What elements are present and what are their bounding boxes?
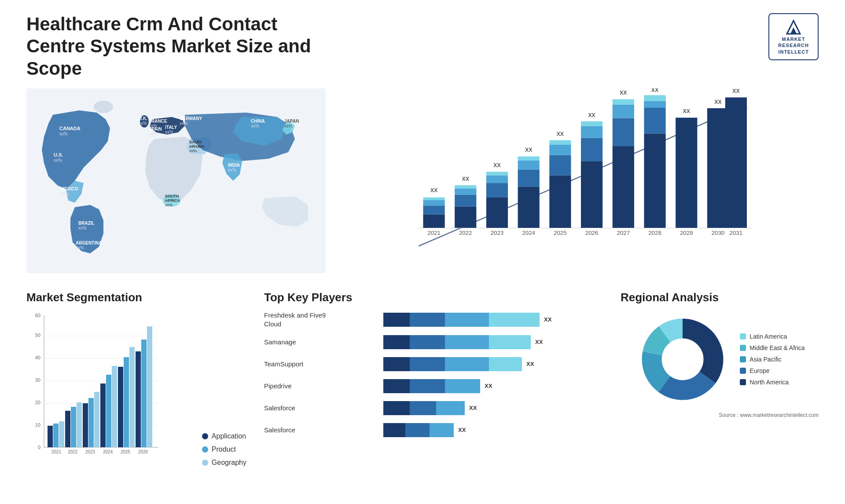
svg-text:XX: XX xyxy=(651,88,659,93)
svg-text:GERMANY: GERMANY xyxy=(180,116,202,121)
svg-text:0: 0 xyxy=(38,445,40,450)
latin-america-dot xyxy=(740,333,746,340)
svg-text:U.K.: U.K. xyxy=(139,116,147,121)
geography-label: Geography xyxy=(212,459,246,467)
bar-chart-container: XX 2021 XX 2022 XX 2023 xyxy=(343,88,819,273)
source-text: Source : www.marketresearchintellect.com xyxy=(621,412,819,418)
svg-rect-153 xyxy=(383,379,410,393)
svg-text:2021: 2021 xyxy=(427,230,441,236)
svg-rect-47 xyxy=(455,195,476,207)
svg-rect-141 xyxy=(489,313,540,327)
svg-text:xx%: xx% xyxy=(180,121,188,126)
svg-text:XX: XX xyxy=(544,316,552,323)
svg-rect-89 xyxy=(676,118,697,228)
middle-east-label: Middle East & Africa xyxy=(749,344,805,351)
player-name: Salesforce xyxy=(264,426,334,435)
svg-text:JAPAN: JAPAN xyxy=(284,119,299,124)
svg-rect-72 xyxy=(581,126,603,138)
svg-text:FRANCE: FRANCE xyxy=(149,119,167,124)
svg-text:SOUTH: SOUTH xyxy=(165,194,179,198)
svg-rect-71 xyxy=(581,138,603,161)
world-map: CANADA xx% U.S. xx% MEXICO xx% BRAZIL xx… xyxy=(26,88,326,273)
svg-point-3 xyxy=(94,101,113,113)
svg-text:2026: 2026 xyxy=(585,230,599,236)
svg-text:ARGENTINA: ARGENTINA xyxy=(76,241,102,245)
legend-asia-pacific: Asia Pacific xyxy=(740,356,805,363)
svg-text:XX: XX xyxy=(493,162,501,168)
bar-chart-svg: XX 2021 XX 2022 XX 2023 xyxy=(343,88,819,273)
svg-text:50: 50 xyxy=(35,332,40,338)
svg-rect-119 xyxy=(71,407,76,447)
player-row: Salesforce XX xyxy=(264,422,603,438)
svg-rect-123 xyxy=(88,398,94,447)
header: Healthcare Crm And Contact Centre System… xyxy=(26,13,819,80)
svg-text:2022: 2022 xyxy=(459,230,472,236)
svg-text:10: 10 xyxy=(35,422,40,427)
svg-text:xx%: xx% xyxy=(228,168,236,172)
svg-text:XX: XX xyxy=(535,339,543,345)
svg-text:2021: 2021 xyxy=(51,449,62,454)
svg-text:40: 40 xyxy=(35,355,40,360)
svg-rect-60 xyxy=(518,161,540,169)
player-row: Samanage XX xyxy=(264,334,603,350)
svg-rect-159 xyxy=(436,401,465,415)
svg-text:2031: 2031 xyxy=(730,230,743,236)
product-label: Product xyxy=(212,446,236,453)
donut-area: Latin America Middle East & Africa Asia … xyxy=(621,311,819,408)
svg-rect-128 xyxy=(112,366,117,447)
player-bar-container: XX xyxy=(340,334,603,350)
logo-icon xyxy=(783,18,805,36)
svg-text:xx%: xx% xyxy=(284,124,293,128)
svg-rect-43 xyxy=(423,197,445,200)
logo-area: MARKET RESEARCH INTELLECT xyxy=(768,13,819,60)
svg-rect-134 xyxy=(136,351,141,447)
svg-rect-146 xyxy=(489,335,531,349)
legend-north-america: North America xyxy=(740,379,805,386)
svg-text:xx%: xx% xyxy=(251,124,259,128)
svg-rect-127 xyxy=(106,375,111,447)
svg-rect-155 xyxy=(445,379,480,393)
player-name: Pipedrive xyxy=(264,382,334,391)
svg-text:30: 30 xyxy=(35,377,40,383)
svg-rect-135 xyxy=(141,340,147,447)
svg-rect-49 xyxy=(455,185,476,188)
top-section: CANADA xx% U.S. xx% MEXICO xx% BRAZIL xx… xyxy=(26,88,819,273)
svg-text:60: 60 xyxy=(35,313,40,318)
svg-rect-70 xyxy=(581,161,603,228)
svg-rect-114 xyxy=(48,426,53,447)
svg-rect-48 xyxy=(455,189,476,195)
svg-marker-1 xyxy=(790,27,797,34)
svg-rect-85 xyxy=(644,101,665,108)
svg-text:2022: 2022 xyxy=(68,449,78,454)
svg-rect-149 xyxy=(410,357,445,371)
svg-rect-96 xyxy=(725,98,747,228)
svg-text:2023: 2023 xyxy=(85,449,96,454)
player-row: TeamSupport XX xyxy=(264,356,603,372)
svg-text:CANADA: CANADA xyxy=(59,126,81,131)
donut-chart xyxy=(634,311,731,408)
legend-europe: Europe xyxy=(740,367,805,374)
svg-rect-58 xyxy=(518,186,540,228)
svg-rect-151 xyxy=(489,357,522,371)
logo-text: MARKET RESEARCH INTELLECT xyxy=(778,36,809,55)
svg-text:BRAZIL: BRAZIL xyxy=(78,221,95,226)
svg-rect-162 xyxy=(405,423,430,437)
market-seg-title: Market Segmentation xyxy=(26,291,246,304)
legend-geography: Geography xyxy=(202,459,246,467)
player-bar-container: XX xyxy=(340,356,603,372)
player-row: Freshdesk and Five9 Cloud XX xyxy=(264,311,603,328)
svg-text:xx%: xx% xyxy=(189,149,197,153)
regional-legend: Latin America Middle East & Africa Asia … xyxy=(740,333,805,386)
svg-rect-40 xyxy=(423,215,445,228)
asia-pacific-label: Asia Pacific xyxy=(749,356,781,363)
svg-rect-115 xyxy=(53,424,59,447)
geography-dot xyxy=(202,460,208,466)
regional-analysis: Regional Analysis xyxy=(621,291,819,502)
svg-text:2024: 2024 xyxy=(103,449,113,454)
svg-text:xx%: xx% xyxy=(139,121,147,126)
svg-rect-139 xyxy=(410,313,445,327)
player-name: TeamSupport xyxy=(264,360,334,369)
svg-rect-78 xyxy=(613,105,634,118)
svg-text:2024: 2024 xyxy=(522,230,535,236)
svg-text:XX: XX xyxy=(620,90,627,96)
